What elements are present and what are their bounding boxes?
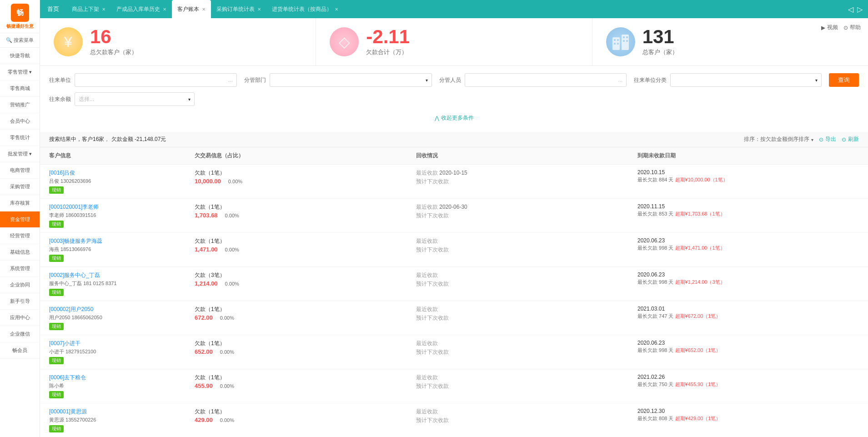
tab-prev-icon[interactable]: ◁ xyxy=(848,5,853,14)
sidebar-item-app-center[interactable]: 应用中心 xyxy=(0,310,40,326)
tab-close-icon[interactable]: ✕ xyxy=(335,7,338,12)
customer-name-7[interactable]: [000001]黄思源 xyxy=(49,408,195,416)
balance-select[interactable]: 选择... xyxy=(75,92,195,106)
sidebar-item-nav[interactable]: 快捷导航 xyxy=(0,48,40,64)
query-button[interactable]: 查询 xyxy=(829,73,859,87)
customer-phone-7: 黄思源 13552700226 xyxy=(49,417,195,423)
overdue-link-0[interactable]: 超期¥10,000.00（1笔） xyxy=(675,177,728,182)
table-row: [0006]去下粮仓 陈小希 现销 欠款（1笔） 455.90 0.00% 最近… xyxy=(40,369,868,403)
debt-total-number: -2.11 xyxy=(366,27,578,46)
debt-total-icon: ◇ xyxy=(330,27,359,56)
customer-name-2[interactable]: [0003]畅捷服务尹海蕊 xyxy=(49,237,195,245)
customer-phone-3: 服务中心_丁磊 181 0125 8371 xyxy=(49,280,195,287)
debt-customers-icon: ¥ xyxy=(54,27,83,56)
unit-classify-label: 往来单位分类 xyxy=(634,76,667,84)
tab-close-icon[interactable]: ✕ xyxy=(202,7,206,12)
customer-name-0[interactable]: [0016]吕俊 xyxy=(49,169,195,177)
sidebar-item-enterprise[interactable]: 企业协同 xyxy=(0,277,40,293)
sidebar-item-retail-mall[interactable]: 零售商城 xyxy=(0,80,40,97)
results-actions: 排序：按欠款金额倒序排序 ⊙ 导出 ⊙ 刷新 xyxy=(744,136,859,143)
overdue-link-4[interactable]: 超期¥672.00（1笔） xyxy=(675,313,721,319)
tab-close-icon[interactable]: ✕ xyxy=(257,7,261,12)
customer-name-6[interactable]: [0006]去下粮仓 xyxy=(49,374,195,382)
tab-purchase-order[interactable]: 采购订单统计表 ✕ xyxy=(211,0,266,18)
customer-name-4[interactable]: [000002]用户2050 xyxy=(49,306,195,313)
sidebar-item-wechat[interactable]: 企业微信 xyxy=(0,326,40,342)
tab-close-icon[interactable]: ✕ xyxy=(102,7,105,12)
customer-tag-6: 现销 xyxy=(49,391,64,398)
customer-name-5[interactable]: [0007]小进干 xyxy=(49,340,195,347)
filter-from-unit: 往来单位 ... xyxy=(49,73,237,87)
search-menu-label: 搜索菜单 xyxy=(14,37,34,43)
filter-unit-classify: 往来单位分类 xyxy=(634,73,822,87)
sidebar-item-base-info[interactable]: 基础信息 xyxy=(0,244,40,261)
tab-close-icon[interactable]: ✕ xyxy=(163,7,166,12)
sidebar-item-guide[interactable]: 新手引导 xyxy=(0,293,40,310)
results-bar: 搜索结果中，客户16家， 欠款金额 -21,148.07元 排序：按欠款金额倒序… xyxy=(40,132,868,147)
main-area: 首页 商品上下架 ✕ 产成品入库单历史 ✕ 客户账本 ✕ 采购订单统计表 ✕ 进… xyxy=(40,0,868,437)
video-btn[interactable]: ▶ 视频 xyxy=(821,24,838,31)
collapse-more-btn[interactable]: ⋀ 收起更多条件 xyxy=(49,111,859,125)
svg-rect-6 xyxy=(623,36,625,38)
tab-inventory-stats[interactable]: 进货单统计表（按商品） ✕ xyxy=(266,0,344,18)
customer-name-3[interactable]: [0002]服务中心_丁磊 xyxy=(49,271,195,279)
svg-rect-5 xyxy=(617,43,619,45)
unit-classify-select[interactable] xyxy=(670,73,822,87)
tab-next-icon[interactable]: ▷ xyxy=(857,5,863,14)
search-menu[interactable]: 🔍 搜索菜单 xyxy=(0,33,40,48)
export-button[interactable]: ⊙ 导出 xyxy=(819,136,836,143)
sidebar-item-batch-mgmt[interactable]: 批发管理 ▾ xyxy=(0,146,40,162)
table-row: [000002]用户2050 用户2050 18665062050 现销 欠款（… xyxy=(40,301,868,335)
balance-label: 往来余额 xyxy=(49,95,71,103)
expire-info-0: 2020.10.15 最长欠款 884 天 超期¥10,000.00（1笔） xyxy=(637,169,859,183)
customer-phone-6: 陈小希 xyxy=(49,382,195,389)
return-info-2: 最近收款 预计下次收款 xyxy=(416,237,637,255)
export-icon: ⊙ xyxy=(819,136,823,143)
overdue-link-7[interactable]: 超期¥429.00（1笔） xyxy=(675,416,721,421)
from-unit-input[interactable]: ... xyxy=(75,73,237,87)
sidebar-item-purchase[interactable]: 采购管理 xyxy=(0,179,40,195)
sidebar-item-retail-mgmt[interactable]: 零售管理 ▾ xyxy=(0,64,40,80)
sidebar-item-retail-stats[interactable]: 零售统计 xyxy=(0,130,40,146)
sidebar-item-marketing[interactable]: 营销推广 xyxy=(0,97,40,113)
customer-info-1: [0001020001]李老师 李老师 18600391516 现销 xyxy=(49,203,195,228)
dept-select[interactable] xyxy=(270,73,432,87)
unit-classify-chevron-icon xyxy=(815,77,818,83)
overdue-link-1[interactable]: 超期¥1,703.68（1笔） xyxy=(675,211,725,216)
tab-customer-account[interactable]: 客户账本 ✕ xyxy=(172,0,211,18)
customer-name-1[interactable]: [0001020001]李老师 xyxy=(49,203,195,211)
sidebar-item-finance[interactable]: 资金管理 xyxy=(0,211,40,228)
sidebar-item-biz-mgmt[interactable]: 经营管理 xyxy=(0,228,40,244)
overdue-link-6[interactable]: 超期¥455.90（1笔） xyxy=(675,382,721,387)
refresh-button[interactable]: ⊙ 刷新 xyxy=(842,136,859,143)
sidebar-item-member[interactable]: 会员中心 xyxy=(0,113,40,130)
table-row: [000001]黄思源 黄思源 13552700226 现销 欠款（1笔） 42… xyxy=(40,403,868,437)
stat-content-debt-total: -2.11 欠款合计（万） xyxy=(366,27,578,56)
customer-info-0: [0016]吕俊 吕俊 13026203696 现销 xyxy=(49,169,195,194)
staff-dots: ... xyxy=(618,77,622,83)
tab-products-offline[interactable]: 商品上下架 ✕ xyxy=(66,0,111,18)
col-debt-info: 欠交易信息（占比） xyxy=(195,152,416,160)
tab-home[interactable]: 首页 xyxy=(40,0,66,18)
overdue-link-3[interactable]: 超期¥1,214.00（3笔） xyxy=(675,279,725,285)
help-btn[interactable]: ⊙ 帮助 xyxy=(843,24,861,31)
video-icon: ▶ xyxy=(821,25,825,31)
staff-input[interactable]: ... xyxy=(465,73,627,87)
expire-info-7: 2020.12.30 最长欠款 808 天 超期¥429.00（1笔） xyxy=(637,408,859,422)
collapse-up-icon: ⋀ xyxy=(435,115,439,121)
customer-info-4: [000002]用户2050 用户2050 18665062050 现销 xyxy=(49,306,195,330)
return-info-7: 最近收款 预计下次收款 xyxy=(416,408,637,425)
stats-row: ¥ 16 总欠款客户（家） ◇ -2.11 欠款合计（万） xyxy=(40,18,868,66)
overdue-link-2[interactable]: 超期¥1,471.00（1笔） xyxy=(675,245,725,251)
customer-tag-4: 现销 xyxy=(49,323,64,330)
sidebar-item-ecommerce[interactable]: 电商管理 xyxy=(0,162,40,179)
sidebar-item-sys-mgmt[interactable]: 系统管理 xyxy=(0,261,40,277)
from-unit-label: 往来单位 xyxy=(49,76,71,84)
tab-production-history[interactable]: 产成品入库单历史 ✕ xyxy=(111,0,172,18)
return-info-4: 最近收款 预计下次收款 xyxy=(416,306,637,323)
sidebar-item-vip[interactable]: 畅会员 xyxy=(0,342,40,359)
overdue-link-5[interactable]: 超期¥652.00（1笔） xyxy=(675,347,721,353)
customer-info-3: [0002]服务中心_丁磊 服务中心_丁磊 181 0125 8371 现销 xyxy=(49,271,195,296)
sort-selector[interactable]: 排序：按欠款金额倒序排序 xyxy=(744,136,813,143)
sidebar-item-inventory[interactable]: 库存核算 xyxy=(0,195,40,211)
